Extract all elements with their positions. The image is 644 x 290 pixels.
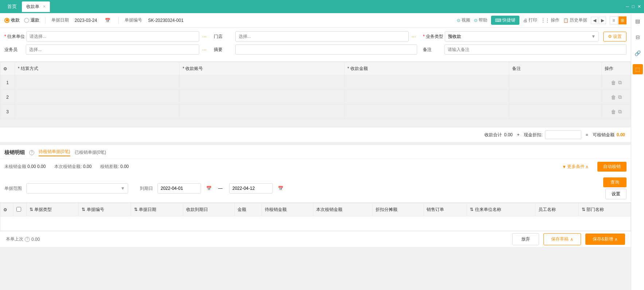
delete-icon-2[interactable]: 🗑 [611,94,616,100]
video-action[interactable]: ⊙ 视频 [457,17,470,23]
detail-gear-icon: ⚙ [3,207,7,212]
shortcut-btn[interactable]: ⌨ 快捷键 [491,16,519,25]
right-panel-icon-3[interactable]: 🔗 [633,48,643,58]
note-header: 备注 [509,62,601,75]
window-maximize[interactable]: □ [632,4,635,9]
receipt-radio[interactable]: 收款 [4,17,20,23]
payment-method-1[interactable] [15,75,180,90]
counterparty-input[interactable] [26,31,199,42]
delete-icon-1[interactable]: 🗑 [611,80,616,86]
copy-icon-3[interactable]: ⧉ [618,109,622,115]
footer: 本单上次 ? 0.00 放弃 保存草稿 ∧ 保存&新增 ∧ [0,231,631,247]
filter-date-label: 到期日 [133,185,153,192]
right-panel-icon-2[interactable]: ⊟ [633,32,643,42]
detail-settings-btn[interactable]: 设置 [605,189,627,199]
save-new-btn[interactable]: 保存&新增 ∧ [585,234,625,245]
date-end-icon[interactable]: 📅 [278,186,283,191]
amount-1[interactable] [344,75,509,90]
shortcut-label: 快捷键 [502,17,515,23]
settings-col-header[interactable]: ⚙ [0,62,15,75]
salesperson-input[interactable] [26,44,199,55]
row-num-2: 2 [0,90,15,105]
payment-method-2[interactable] [15,90,180,105]
verification-info-icon[interactable]: ? [29,150,34,155]
business-type-label: 业务类型 [423,34,443,40]
right-panel-icon-1[interactable]: ▤ [633,16,643,26]
view-toggle: ≡ ⊞ [610,16,627,24]
save-new-label: 保存&新增 [593,236,613,242]
business-type-dropdown[interactable]: ▼ [591,34,596,39]
window-minimize[interactable]: ─ [626,4,629,9]
save-draft-btn[interactable]: 保存草稿 ∧ [543,233,581,245]
note-input[interactable] [444,44,627,55]
form-fields: 往来单位 ··· 门店 ··· 业务类型 预收款 [0,28,631,62]
done-tab[interactable]: 已核销单据(0笔) [75,149,106,156]
total-label: 收款合计 [484,132,502,138]
account-1[interactable] [180,75,344,90]
receipt-tab-close[interactable]: × [43,4,46,9]
grid-view-btn[interactable]: ⊞ [619,16,627,24]
history-action[interactable]: 📋 历史单据 [563,17,587,23]
amount-2[interactable] [344,90,509,105]
help-label: 帮助 [479,17,487,23]
amount-3[interactable] [344,105,509,119]
refund-radio[interactable]: 退款 [24,17,39,23]
filter-range-dropdown[interactable]: ▼ [121,186,125,191]
store-more-icon[interactable]: ··· [410,34,417,39]
right-panel-icon-4[interactable]: ⬚ [633,64,643,74]
abandon-btn[interactable]: 放弃 [512,233,539,245]
window-close[interactable]: ✕ [637,4,641,9]
salesperson-more-icon[interactable]: ··· [201,47,208,52]
doc-date-header: ⇅ 单据日期 [131,203,183,216]
settings-btn[interactable]: ⚙ 设置 [603,32,627,42]
unchecked-stat: 未核销金额 0.00 0.00 [4,164,46,170]
note-3[interactable] [509,105,601,119]
list-view-btn[interactable]: ≡ [610,16,618,24]
date-picker-icon[interactable]: 📅 [103,17,113,24]
detail-settings-col[interactable]: ⚙ [0,203,13,216]
date-range-separator: — [216,186,225,191]
detail-checkbox-col[interactable] [13,203,27,216]
auto-verify-btn[interactable]: 自动核销 [597,162,627,172]
current-amount-header: 本次核销金额 [313,203,372,216]
receipt-tab-label: 收款单 [26,4,39,10]
nav-prev-btn[interactable]: ◀ [591,17,598,24]
prev-info-icon[interactable]: ? [25,237,30,242]
summary-label: 摘要 [214,47,234,53]
verification-header: 核销明细 ? 待核销单据(0笔) 已核销单据(0笔) [0,145,631,159]
account-3[interactable] [180,105,344,119]
date-start-icon[interactable]: 📅 [206,186,212,191]
discount-summary: 现金折扣: [524,130,581,139]
ops-action[interactable]: ⋮⋮ 操作 [541,17,559,23]
note-1[interactable] [509,75,601,90]
select-all-checkbox[interactable] [16,207,21,212]
filter-icon: ▼ [562,164,566,169]
receipt-tab[interactable]: 收款单 × [22,1,50,12]
delete-icon-3[interactable]: 🗑 [611,109,616,115]
nav-next-btn[interactable]: ▶ [599,17,606,24]
store-field: 门店 ··· [208,31,417,42]
help-action[interactable]: ⊙ 帮助 [474,17,487,23]
account-2[interactable] [180,90,344,105]
print-action[interactable]: 🖨 打印 [523,17,537,23]
filter-date-end[interactable] [229,183,273,193]
note-2[interactable] [509,90,601,105]
counterparty-more-icon[interactable]: ··· [201,34,208,39]
ops-label: 操作 [551,17,559,23]
discount-input[interactable] [545,130,581,139]
home-tab[interactable]: 首页 [3,1,21,12]
summary-input[interactable] [235,44,417,55]
copy-icon-1[interactable]: ⧉ [618,79,622,86]
receipt-label: 收款 [11,17,20,23]
copy-icon-2[interactable]: ⧉ [618,94,622,100]
filter-date-start[interactable] [157,183,201,193]
filter-range-label: 单据范围 [4,185,22,192]
pending-tab[interactable]: 待核销单据(0笔) [39,149,70,156]
save-draft-label: 保存草稿 [551,236,569,242]
store-input[interactable] [235,31,409,42]
print-label: 打印 [529,17,537,23]
query-btn[interactable]: 查询 [603,177,627,187]
payment-method-3[interactable] [15,105,180,119]
history-label: 历史单据 [570,17,587,23]
more-conditions-btn[interactable]: ▼ 更多条件 ∧ [562,164,589,170]
